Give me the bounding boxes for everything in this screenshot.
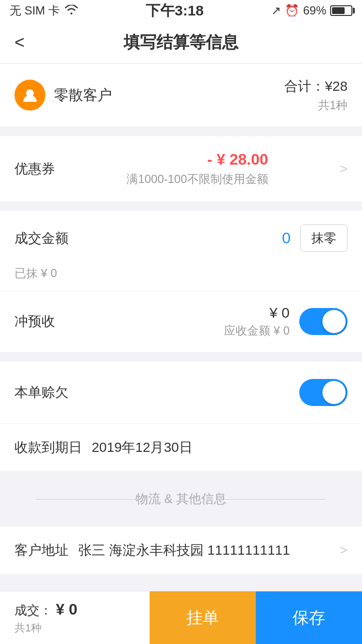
deal-amount-row: 成交金额 0 抹零 已抹 ¥ 0 xyxy=(0,211,362,291)
bottom-deal-amount: ¥ 0 xyxy=(56,601,77,618)
advance-values: ¥ 0 应收金额 ¥ 0 xyxy=(224,305,290,338)
advance-toggle[interactable] xyxy=(299,308,348,335)
logistics-label: 物流 & 其他信息 xyxy=(136,491,226,506)
battery-percent: 69% xyxy=(303,4,326,17)
deal-amount-label: 成交金额 xyxy=(14,229,69,248)
total-label: 合计：¥28 xyxy=(284,77,348,96)
back-button[interactable]: < xyxy=(14,32,25,53)
save-button[interactable]: 保存 xyxy=(256,591,362,644)
address-section[interactable]: 客户地址 张三 海淀永丰科技园 11111111111 > xyxy=(0,527,362,574)
due-date-label: 收款到期日 xyxy=(14,438,82,457)
address-label: 客户地址 xyxy=(14,541,69,560)
advance-main-value: ¥ 0 xyxy=(224,305,290,321)
page-title: 填写结算等信息 xyxy=(124,31,238,54)
debt-label: 本单赊欠 xyxy=(14,383,69,402)
battery-icon xyxy=(330,5,352,16)
status-time: 下午3:18 xyxy=(146,1,204,21)
coupon-row[interactable]: 优惠券 - ¥ 28.00 满1000-100不限制使用金额 > xyxy=(0,136,362,201)
address-value: 张三 海淀永丰科技园 11111111111 xyxy=(78,541,340,560)
status-right: ↗ ⏰ 69% xyxy=(271,4,352,17)
nav-bar: < 填写结算等信息 xyxy=(0,21,362,64)
wifi-icon xyxy=(65,4,78,17)
status-bar: 无 SIM 卡 下午3:18 ↗ ⏰ 69% xyxy=(0,0,362,21)
due-date-row[interactable]: 收款到期日 2019年12月30日 xyxy=(0,423,362,471)
customer-left: 零散客户 xyxy=(14,80,112,111)
carrier-label: 无 SIM 卡 xyxy=(10,3,60,18)
coupon-right: - ¥ 28.00 满1000-100不限制使用金额 xyxy=(126,151,268,187)
round-zero-button[interactable]: 抹零 xyxy=(300,224,348,252)
address-chevron-icon: > xyxy=(340,543,348,558)
advance-toggle-knob xyxy=(322,310,346,333)
customer-section: 零散客户 合计：¥28 共1种 xyxy=(0,64,362,126)
advance-sub-value: 应收金额 ¥ 0 xyxy=(224,323,290,338)
coupon-chevron-icon: > xyxy=(340,161,348,177)
content-area: 零散客户 合计：¥28 共1种 优惠券 - ¥ 28.00 满1000-100不… xyxy=(0,64,362,632)
bottom-bar: 成交： ¥ 0 共1种 挂单 保存 xyxy=(0,591,362,644)
logistics-divider: 物流 & 其他信息 xyxy=(0,481,362,517)
address-row[interactable]: 客户地址 张三 海淀永丰科技园 11111111111 > xyxy=(0,527,362,574)
deal-amount-value: 0 xyxy=(282,229,291,247)
transaction-section: 成交金额 0 抹零 已抹 ¥ 0 冲预收 ¥ 0 应收金额 ¥ 0 xyxy=(0,211,362,352)
debt-toggle-knob xyxy=(322,381,346,404)
bottom-deal-label: 成交： xyxy=(14,603,52,617)
debt-row: 本单赊欠 xyxy=(0,362,362,423)
deal-right: 0 抹零 xyxy=(282,224,348,252)
bottom-deal-row: 成交： ¥ 0 xyxy=(14,601,135,619)
customer-right: 合计：¥28 共1种 xyxy=(284,77,348,113)
bottom-left: 成交： ¥ 0 共1种 xyxy=(0,601,150,635)
avatar xyxy=(14,80,45,111)
advance-label: 冲预收 xyxy=(14,312,55,331)
deal-row-inner: 成交金额 0 抹零 xyxy=(0,211,362,266)
total-count: 共1种 xyxy=(284,98,348,113)
location-icon: ↗ xyxy=(271,4,281,17)
coupon-amount: - ¥ 28.00 xyxy=(126,151,268,168)
alarm-icon: ⏰ xyxy=(285,4,299,17)
status-left: 无 SIM 卡 xyxy=(10,3,78,18)
advance-row: 冲预收 ¥ 0 应收金额 ¥ 0 xyxy=(0,291,362,352)
advance-right: ¥ 0 应收金额 ¥ 0 xyxy=(224,305,348,338)
bottom-count: 共1种 xyxy=(14,621,135,635)
due-date-value: 2019年12月30日 xyxy=(92,438,193,457)
customer-name: 零散客户 xyxy=(54,85,112,105)
hold-button[interactable]: 挂单 xyxy=(150,591,256,644)
debt-section: 本单赊欠 收款到期日 2019年12月30日 xyxy=(0,362,362,471)
deal-sub-label: 已抹 ¥ 0 xyxy=(0,266,362,291)
coupon-label: 优惠券 xyxy=(14,160,55,178)
coupon-desc: 满1000-100不限制使用金额 xyxy=(126,171,268,187)
coupon-section[interactable]: 优惠券 - ¥ 28.00 满1000-100不限制使用金额 > xyxy=(0,136,362,201)
debt-toggle[interactable] xyxy=(299,379,348,406)
